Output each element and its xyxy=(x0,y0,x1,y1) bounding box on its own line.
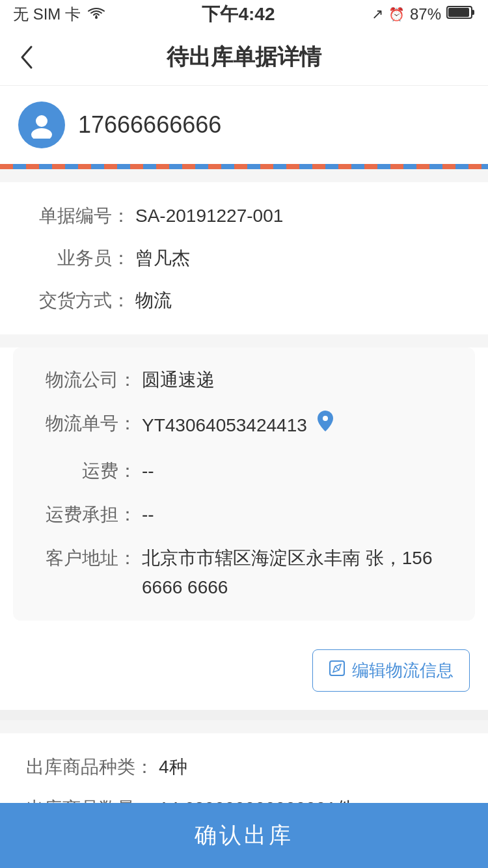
battery-label: 87% xyxy=(410,5,441,23)
logistics-section: 物流公司： 圆通速递 物流单号： YT43064053424413 运费： xyxy=(13,347,475,620)
tracking-location-icon[interactable] xyxy=(315,409,336,442)
confirm-bar[interactable]: 确认出库 xyxy=(0,803,488,868)
customer-header: 17666666666 xyxy=(0,86,488,164)
svg-rect-2 xyxy=(472,10,474,15)
edit-logistics-button[interactable]: 编辑物流信息 xyxy=(312,649,470,692)
logistics-tracking-label: 物流单号： xyxy=(33,409,137,439)
delivery-method-label: 交货方式： xyxy=(26,286,130,316)
edit-logistics-btn-row: 编辑物流信息 xyxy=(0,634,488,710)
alarm-icon: ⏰ xyxy=(388,7,405,22)
order-info-section: 单据编号： SA-20191227-001 业务员： 曾凡杰 交货方式： 物流 xyxy=(0,182,488,334)
delivery-method-row: 交货方式： 物流 xyxy=(26,286,462,316)
freight-bear-value: -- xyxy=(137,500,455,530)
main-content: 17666666666 单据编号： SA-20191227-001 业务员： 曾… xyxy=(0,86,488,868)
nav-bar: 待出库单据详情 xyxy=(0,29,488,86)
freight-bear-row: 运费承担： -- xyxy=(33,500,455,530)
carrier-label: 无 SIM 卡 xyxy=(13,4,81,25)
address-value: 北京市市辖区海淀区永丰南 张，156 6666 6666 xyxy=(137,544,455,603)
order-number-row: 单据编号： SA-20191227-001 xyxy=(26,202,462,231)
logistics-company-row: 物流公司： 圆通速递 xyxy=(33,366,455,395)
back-button[interactable] xyxy=(18,44,34,70)
order-number-label: 单据编号： xyxy=(26,202,130,231)
svg-rect-3 xyxy=(448,8,469,17)
location-status-icon: ↗ xyxy=(372,6,383,23)
goods-types-value: 4种 xyxy=(154,753,462,782)
status-time: 下午4:42 xyxy=(202,2,275,27)
svg-point-4 xyxy=(36,115,47,127)
sales-person-row: 业务员： 曾凡杰 xyxy=(26,244,462,273)
battery-icon xyxy=(446,5,475,23)
freight-bear-label: 运费承担： xyxy=(33,500,137,530)
edit-logistics-label: 编辑物流信息 xyxy=(352,659,454,682)
svg-point-5 xyxy=(31,128,52,139)
avatar xyxy=(18,102,65,148)
confirm-button-label: 确认出库 xyxy=(195,821,293,850)
address-row: 客户地址： 北京市市辖区海淀区永丰南 张，156 6666 6666 xyxy=(33,544,455,603)
freight-row: 运费： -- xyxy=(33,457,455,486)
status-bar: 无 SIM 卡 下午4:42 ↗ ⏰ 87% xyxy=(0,0,488,29)
wifi-icon xyxy=(87,5,105,23)
status-left: 无 SIM 卡 xyxy=(13,4,105,25)
status-right: ↗ ⏰ 87% xyxy=(372,5,475,23)
customer-phone: 17666666666 xyxy=(78,111,221,139)
edit-icon xyxy=(329,660,346,681)
goods-types-row: 出库商品种类： 4种 xyxy=(26,753,462,782)
address-label: 客户地址： xyxy=(33,544,137,573)
logistics-company-value: 圆通速递 xyxy=(137,366,455,395)
svg-point-0 xyxy=(95,16,98,19)
delivery-method-value: 物流 xyxy=(130,286,462,316)
logistics-tracking-row: 物流单号： YT43064053424413 xyxy=(33,409,455,442)
svg-point-6 xyxy=(323,416,328,421)
page-title: 待出库单据详情 xyxy=(167,42,321,72)
order-number-value: SA-20191227-001 xyxy=(130,202,462,231)
sales-person-label: 业务员： xyxy=(26,244,130,273)
section-divider xyxy=(0,710,488,720)
freight-label: 运费： xyxy=(33,457,137,486)
freight-value: -- xyxy=(137,457,455,486)
dashed-divider xyxy=(0,164,488,169)
goods-types-label: 出库商品种类： xyxy=(26,753,154,782)
logistics-company-label: 物流公司： xyxy=(33,366,137,395)
logistics-tracking-value: YT43064053424413 xyxy=(137,409,455,442)
sales-person-value: 曾凡杰 xyxy=(130,244,462,273)
